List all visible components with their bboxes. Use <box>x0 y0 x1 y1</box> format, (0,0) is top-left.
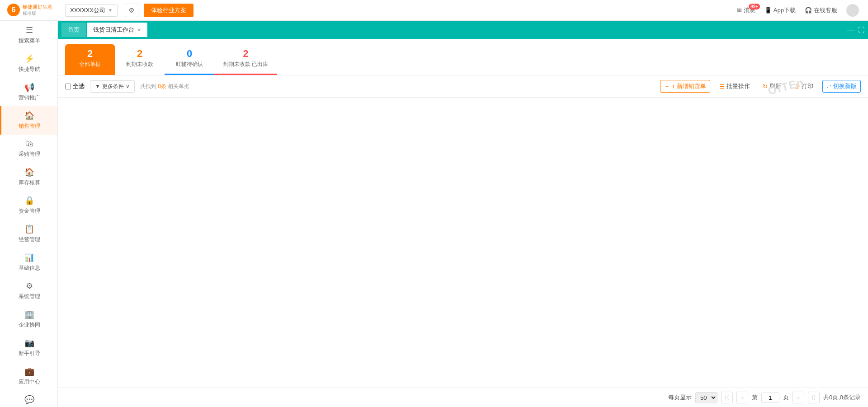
total-records: 共0页,0条记录 <box>823 393 861 402</box>
avatar-image <box>846 4 859 17</box>
batch-icon: ☰ <box>719 83 725 90</box>
app-center-icon: 💼 <box>24 366 34 376</box>
sidebar-item-inventory[interactable]: 🏠 库存核算 <box>0 163 57 191</box>
trial-button[interactable]: 体验行业方案 <box>144 4 193 17</box>
table-area <box>58 98 868 388</box>
message-badge: 99+ <box>749 4 760 9</box>
tab-workbench[interactable]: 钱货日清工作台 ✕ <box>87 23 147 37</box>
operations-icon: 📋 <box>24 224 34 234</box>
header-right: ✉ 消息 99+ 📱 App下载 🎧 在线客服 <box>737 4 861 17</box>
next-page-button[interactable]: ＞ <box>793 392 804 403</box>
sidebar-item-wechat[interactable]: 💬 企业微信 <box>0 390 57 407</box>
mobile-icon: 📱 <box>764 7 772 14</box>
page-input[interactable]: 1 <box>761 393 779 403</box>
print-button[interactable]: 🖨 打印 <box>790 80 817 92</box>
nav-tabs: 首页 钱货日清工作台 ✕ — ⛶ <box>58 21 868 39</box>
stat-shipped-label: 到期未收款 已出库 <box>223 61 268 68</box>
sidebar-item-newbie[interactable]: 📷 新手引导 <box>0 333 57 362</box>
stat-wangpu-label: 旺辅待确认 <box>174 61 205 68</box>
logo-title: 畅捷通好生意 <box>23 4 52 10</box>
stat-shipped-count: 2 <box>223 48 268 60</box>
toolbar-right: ＋ + 新增销货单 ☰ 批量操作 ↻ 刷新 🖨 打印 <box>660 80 861 93</box>
purchase-icon: 🛍 <box>25 139 33 149</box>
stat-all-count: 2 <box>74 48 106 60</box>
found-count: 0条 <box>158 83 166 89</box>
newbie-icon: 📷 <box>24 338 34 348</box>
quick-nav-icon: ⚡ <box>24 54 34 64</box>
company-name: XXXXXX公司 <box>70 6 105 14</box>
sidebar-item-enterprise[interactable]: 🏢 企业协同 <box>0 305 57 333</box>
last-page-button[interactable]: ⟩⟩ <box>808 392 820 403</box>
user-avatar[interactable] <box>846 4 861 17</box>
stat-tab-wangpu[interactable]: 0 旺辅待确认 <box>165 44 214 75</box>
toolbar: 全选 ▼ 更多条件 ∨ 共找到 0条 相关单据 ＋ + 新增销货单 <box>58 75 868 98</box>
stat-overdue-label: 到期未收款 <box>124 61 156 68</box>
found-text: 共找到 0条 相关单据 <box>140 83 189 90</box>
logo-sub: 标准版 <box>23 10 52 17</box>
maximize-icon[interactable]: ⛶ <box>858 26 864 33</box>
sidebar-item-finance[interactable]: 🔒 资金管理 <box>0 191 57 220</box>
logo-icon: 6 <box>7 4 20 16</box>
prev-page-button[interactable]: ＜ <box>736 392 748 403</box>
finance-icon: 🔒 <box>24 196 34 206</box>
sidebar-item-operations[interactable]: 📋 经营管理 <box>0 220 57 248</box>
sidebar-item-app-center[interactable]: 💼 应用中心 <box>0 362 57 390</box>
stat-tab-shipped[interactable]: 2 到期未收款 已出库 <box>214 44 277 75</box>
online-service-button[interactable]: 🎧 在线客服 <box>805 6 837 14</box>
main-layout: ☰ 搜索菜单 ⚡ 快捷导航 📢 营销推广 🏠 销售管理 🛍 采购管理 🏠 库存核… <box>0 21 868 407</box>
select-all-input[interactable] <box>65 84 71 89</box>
marketing-icon: 📢 <box>24 82 34 92</box>
stat-tab-overdue[interactable]: 2 到期未收款 <box>115 44 165 75</box>
switch-icon: ⇌ <box>826 83 831 90</box>
add-order-button[interactable]: ＋ + 新增销货单 <box>660 80 710 93</box>
app-download-button[interactable]: 📱 App下载 <box>764 6 796 14</box>
search-menu-icon: ☰ <box>26 25 33 35</box>
minimize-icon[interactable]: — <box>847 26 854 34</box>
enterprise-icon: 🏢 <box>24 309 34 319</box>
stat-tab-all[interactable]: 2 全部单据 <box>65 44 115 75</box>
refresh-button[interactable]: ↻ 刷新 <box>759 80 785 92</box>
tab-home[interactable]: 首页 <box>61 23 86 37</box>
sidebar-item-purchase[interactable]: 🛍 采购管理 <box>0 135 57 163</box>
stat-tabs: 2 全部单据 2 到期未收款 0 旺辅待确认 2 到期未收款 已出库 <box>65 44 861 75</box>
stat-wangpu-count: 0 <box>174 48 205 60</box>
message-icon: ✉ <box>737 7 742 14</box>
message-button[interactable]: ✉ 消息 99+ <box>737 6 755 14</box>
select-all-checkbox[interactable]: 全选 <box>65 82 85 90</box>
top-header: 6 畅捷通好生意 标准版 XXXXXX公司 ▼ ⚙ 体验行业方案 ✉ 消息 99… <box>0 0 868 21</box>
first-page-button[interactable]: ⟨⟨ <box>721 392 733 403</box>
stat-tabs-container: 2 全部单据 2 到期未收款 0 旺辅待确认 2 到期未收款 已出库 <box>58 39 868 75</box>
print-icon: 🖨 <box>794 83 800 90</box>
stat-overdue-count: 2 <box>124 48 156 60</box>
basics-icon: 📊 <box>24 253 34 262</box>
inventory-icon: 🏠 <box>24 167 34 177</box>
wechat-icon: 💬 <box>24 395 34 405</box>
pagination-bar: 每页显示 50 ⟨⟨ ＜ 第 1 页 ＞ ⟩⟩ 共0页,0条记录 <box>58 388 868 407</box>
tab-close-icon[interactable]: ✕ <box>137 27 141 33</box>
headset-icon: 🎧 <box>805 7 812 14</box>
sidebar-item-quick-nav[interactable]: ⚡ 快捷导航 <box>0 49 57 78</box>
sidebar-item-system[interactable]: ⚙ 系统管理 <box>0 276 57 305</box>
company-dropdown-icon: ▼ <box>108 8 113 13</box>
company-selector[interactable]: XXXXXX公司 ▼ <box>65 4 118 17</box>
page-content: 2 全部单据 2 到期未收款 0 旺辅待确认 2 到期未收款 已出库 <box>58 39 868 407</box>
sidebar: ☰ 搜索菜单 ⚡ 快捷导航 📢 营销推广 🏠 销售管理 🛍 采购管理 🏠 库存核… <box>0 21 58 407</box>
logo-area: 6 畅捷通好生意 标准版 <box>7 4 65 16</box>
content-area: 首页 钱货日清工作台 ✕ — ⛶ 2 全部单据 <box>58 21 868 407</box>
page-text: 第 <box>752 393 758 402</box>
header-center: ⚙ 体验行业方案 <box>125 4 193 17</box>
sidebar-item-marketing[interactable]: 📢 营销推广 <box>0 78 57 106</box>
sidebar-item-search-menu[interactable]: ☰ 搜索菜单 <box>0 21 57 49</box>
batch-operation-button[interactable]: ☰ 批量操作 <box>716 80 754 92</box>
refresh-icon: ↻ <box>763 83 768 90</box>
switch-version-button[interactable]: ⇌ 切换新版 <box>822 80 861 93</box>
system-icon: ⚙ <box>26 281 33 291</box>
page-text2: 页 <box>783 393 789 402</box>
sidebar-item-sales[interactable]: 🏠 销售管理 <box>0 106 57 135</box>
filter-dropdown-icon: ∨ <box>126 83 130 89</box>
sales-icon: 🏠 <box>24 111 34 121</box>
per-page-select[interactable]: 50 <box>695 392 717 403</box>
settings-button[interactable]: ⚙ <box>125 4 138 17</box>
filter-button[interactable]: ▼ 更多条件 ∨ <box>90 80 135 93</box>
sidebar-item-basics[interactable]: 📊 基础信息 <box>0 248 57 276</box>
